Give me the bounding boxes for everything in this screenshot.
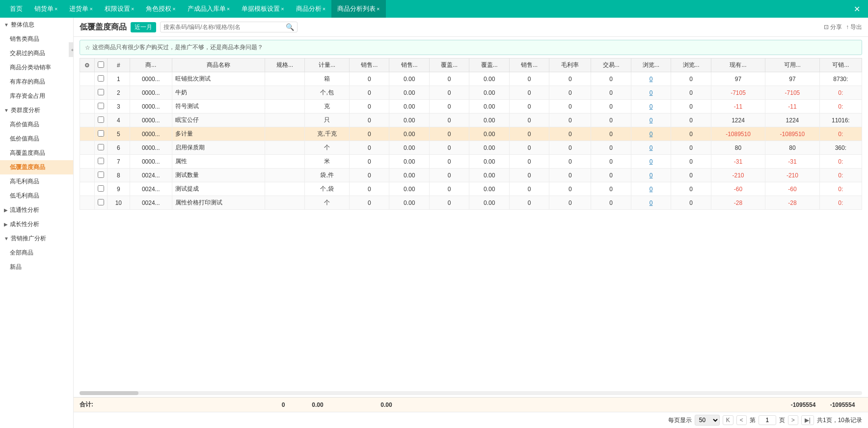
cell-checkbox[interactable] — [95, 100, 108, 114]
nav-close-permission[interactable]: × — [131, 6, 134, 12]
total-cover2: 0.00 — [369, 401, 404, 408]
cell-browse1[interactable]: 0 — [631, 127, 671, 141]
nav-sales[interactable]: 销货单 × — [28, 0, 63, 18]
page-number-input[interactable] — [759, 415, 776, 425]
sidebar-item-high-margin[interactable]: 高毛利商品 — [0, 174, 73, 189]
row-checkbox[interactable] — [98, 144, 104, 150]
cell-browse1[interactable]: 0 — [631, 72, 671, 86]
sidebar-item-traded-goods[interactable]: 交易过的商品 — [0, 46, 73, 60]
sidebar-item-stocked-goods[interactable]: 有库存的商品 — [0, 75, 73, 89]
cell-checkbox[interactable] — [95, 169, 108, 182]
sidebar-item-new-goods[interactable]: 新品 — [0, 260, 73, 274]
nav-role[interactable]: 角色授权 × — [140, 0, 181, 18]
sidebar-item-all-goods[interactable]: 全部商品 — [0, 246, 73, 260]
sidebar-section-cluster[interactable]: ▼ 类群度分析 — [0, 103, 73, 117]
sidebar-collapse-btn[interactable]: « — [69, 42, 74, 57]
cell-checkbox[interactable] — [95, 196, 108, 210]
total-info: 共1页，10条记录 — [817, 416, 862, 425]
sidebar-item-high-coverage[interactable]: 高覆盖度商品 — [0, 146, 73, 160]
cell-checkbox[interactable] — [95, 141, 108, 155]
row-checkbox[interactable] — [98, 130, 104, 137]
cell-browse1[interactable]: 0 — [631, 196, 671, 210]
window-close-btn[interactable]: ✕ — [850, 4, 864, 14]
export-button[interactable]: ↑ 导出 — [846, 23, 862, 31]
cell-num: 6 — [108, 141, 130, 155]
nav-close-production[interactable]: × — [227, 6, 230, 12]
col-sales-amt: 销售... — [389, 58, 429, 72]
sidebar-item-category-rate[interactable]: 商品分类动销率 — [0, 60, 73, 75]
col-settings[interactable]: ⚙ — [80, 58, 95, 72]
sidebar-item-low-margin[interactable]: 低毛利商品 — [0, 189, 73, 203]
col-checkbox[interactable] — [95, 58, 108, 72]
period-button[interactable]: 近一月 — [131, 22, 156, 32]
cell-checkbox[interactable] — [95, 155, 108, 169]
sidebar-item-low-value[interactable]: 低价值商品 — [0, 132, 73, 146]
cell-checkbox[interactable] — [95, 86, 108, 100]
cell-browse1[interactable]: 0 — [631, 86, 671, 100]
select-all-checkbox[interactable] — [98, 61, 104, 68]
nav-close-analysis[interactable]: × — [323, 6, 326, 12]
nav-close-role[interactable]: × — [172, 6, 175, 12]
next-page-btn[interactable]: > — [788, 415, 798, 425]
cell-browse2: 0 — [671, 86, 711, 100]
cell-browse1[interactable]: 0 — [631, 182, 671, 196]
table-header-row: ⚙ # 商... 商品名称 规格... 计量... 销售... 销售... 覆盖… — [80, 58, 862, 72]
nav-close-sales[interactable]: × — [54, 6, 57, 12]
nav-home[interactable]: 首页 — [4, 0, 28, 18]
scrollbar-thumb[interactable] — [80, 391, 138, 395]
search-icon[interactable]: 🔍 — [286, 23, 294, 31]
cell-sales2: 0 — [509, 196, 549, 210]
nav-purchase[interactable]: 进货单 × — [63, 0, 98, 18]
sidebar-section-marketing[interactable]: ▼ 营销推广分析 — [0, 231, 73, 246]
row-checkbox[interactable] — [98, 116, 104, 123]
cell-cover1: 0 — [429, 141, 469, 155]
row-checkbox[interactable] — [98, 171, 104, 178]
sidebar-section-circulation[interactable]: ▶ 流通性分析 — [0, 203, 73, 217]
cell-checkbox[interactable] — [95, 182, 108, 196]
nav-close-analysis-list[interactable]: × — [377, 6, 380, 12]
cell-gross-rate: 0 — [549, 155, 591, 169]
cell-checkbox[interactable] — [95, 72, 108, 86]
row-checkbox[interactable] — [98, 89, 104, 95]
cell-browse1[interactable]: 0 — [631, 169, 671, 182]
table-wrapper[interactable]: ⚙ # 商... 商品名称 规格... 计量... 销售... 销售... 覆盖… — [74, 58, 868, 391]
nav-permission[interactable]: 权限设置 × — [99, 0, 140, 18]
nav-production[interactable]: 产成品入库单 × — [182, 0, 236, 18]
cell-trade: 0 — [591, 141, 631, 155]
share-button[interactable]: ⊡ 分享 — [824, 23, 842, 31]
cell-code: 0000... — [130, 127, 172, 141]
row-checkbox[interactable] — [98, 103, 104, 109]
cell-checkbox[interactable] — [95, 114, 108, 127]
cell-browse1[interactable]: 0 — [631, 100, 671, 114]
sidebar-item-inventory-capital[interactable]: 库存资金占用 — [0, 89, 73, 103]
nav-analysis[interactable]: 商品分析 × — [290, 0, 331, 18]
cell-current: -11 — [711, 100, 765, 114]
cell-current: 1224 — [711, 114, 765, 127]
horizontal-scrollbar[interactable] — [80, 391, 862, 395]
cell-checkbox[interactable] — [95, 127, 108, 141]
first-page-btn[interactable]: K — [723, 415, 733, 425]
sidebar-section-overall[interactable]: ▼ 整体信息 — [0, 18, 73, 32]
cell-trade: 0 — [591, 114, 631, 127]
sidebar-item-high-value[interactable]: 高价值商品 — [0, 117, 73, 132]
page-size-select[interactable]: 50 100 — [695, 415, 720, 426]
nav-close-purchase[interactable]: × — [89, 6, 92, 12]
cell-browse1[interactable]: 0 — [631, 141, 671, 155]
row-checkbox[interactable] — [98, 199, 104, 205]
row-checkbox[interactable] — [98, 158, 104, 164]
nav-close-template[interactable]: × — [281, 6, 284, 12]
search-input[interactable] — [163, 24, 286, 30]
prev-page-btn[interactable]: < — [736, 415, 747, 425]
sidebar-item-sales-goods[interactable]: 销售类商品 — [0, 32, 73, 46]
row-checkbox[interactable] — [98, 75, 104, 82]
nav-analysis-list[interactable]: 商品分析列表 × — [331, 0, 385, 18]
sidebar-item-low-coverage[interactable]: 低覆盖度商品 — [0, 160, 73, 174]
sidebar-section-growth[interactable]: ▶ 成长性分析 — [0, 217, 73, 231]
nav-template[interactable]: 单据模板设置 × — [236, 0, 290, 18]
cell-browse1[interactable]: 0 — [631, 155, 671, 169]
cell-browse1[interactable]: 0 — [631, 114, 671, 127]
cell-name: 属性 — [172, 155, 265, 169]
table-body: 1 0000... 旺铺批次测试 箱 0 0.00 0 0.00 0 0 0 0… — [80, 72, 862, 210]
row-checkbox[interactable] — [98, 185, 104, 192]
last-page-btn[interactable]: ▶| — [801, 415, 814, 425]
